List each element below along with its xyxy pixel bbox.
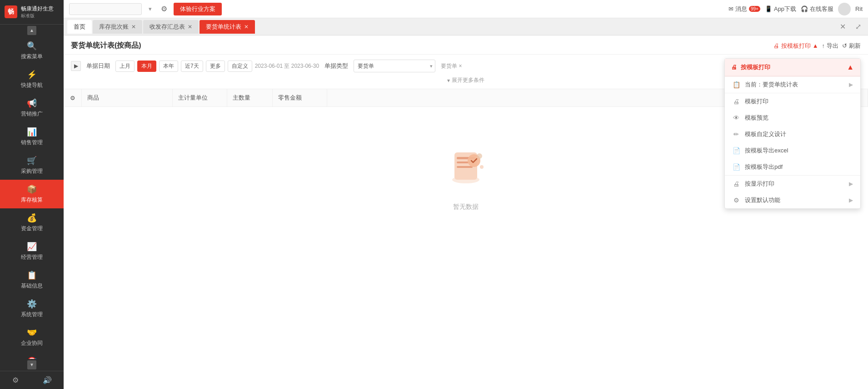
sidebar-item-label: 快捷导航 (21, 81, 43, 89)
display-print-item[interactable]: 🖨 按显示打印 ▶ (725, 176, 860, 192)
date-filter-label: 单据日期 (86, 62, 110, 70)
tab-order-stat-close[interactable]: ✕ (244, 24, 249, 30)
set-default-item[interactable]: ⚙ 设置默认功能 ▶ (725, 192, 860, 208)
window-expand-btn[interactable]: ⤢ (852, 20, 864, 33)
service-btn[interactable]: 🎧 在线客服 (801, 5, 833, 13)
basic-icon: 📋 (27, 270, 37, 280)
username-label[interactable]: Rit (855, 5, 863, 12)
order-type-select[interactable]: 要货单 (354, 60, 435, 72)
chevron-down-icon: ▾ (447, 77, 450, 84)
current-template-item[interactable]: 📋 当前：要货单统计表 ▶ (725, 76, 860, 93)
topbar: ▾ ⚙ 体验行业方案 ✉ 消息 99+ 📱 App下载 🎧 在线客服 Rit (64, 0, 868, 18)
refresh-btn[interactable]: ↺ 刷新 (842, 42, 861, 50)
dropdown-item-template-pdf[interactable]: 📄 按模板导出pdf (725, 159, 860, 175)
finance-icon: 💰 (27, 213, 37, 223)
sidebar-item-enterprise[interactable]: 🤝 企业协同 (0, 323, 64, 352)
topbar-right: ✉ 消息 99+ 📱 App下载 🎧 在线客服 Rit (728, 3, 863, 15)
system-icon: ⚙️ (27, 299, 37, 309)
svg-rect-4 (457, 166, 473, 168)
col-settings[interactable]: ⚙ (64, 89, 82, 106)
msg-label: 消息 (735, 5, 747, 13)
expand-toggle[interactable]: ▾ 展开更多条件 (447, 76, 484, 84)
dropdown-header[interactable]: 🖨 按模板打印 ▲ (725, 59, 860, 76)
sidebar-item-sales[interactable]: 📊 销售管理 (0, 122, 64, 151)
search-input[interactable] (69, 3, 142, 15)
date-btn-more[interactable]: 更多 (206, 61, 225, 72)
sidebar-item-label: 基础信息 (21, 282, 43, 290)
tabbar: 首页 库存批次账 ✕ 收发存汇总表 ✕ 要货单统计表 ✕ ✕ ⤢ (64, 18, 868, 35)
expand-label: 展开更多条件 (452, 76, 484, 84)
gear-icon[interactable]: ⚙ (158, 3, 170, 15)
sidebar-item-search[interactable]: 🔍 搜索菜单 (0, 36, 64, 65)
sidebar-item-shortcut[interactable]: ⚡ 快捷导航 (0, 65, 64, 94)
dropdown-item-template-print[interactable]: 🖨 模板打印 (725, 93, 860, 110)
search-icon: 🔍 (27, 41, 37, 51)
sidebar-item-marketing[interactable]: 📢 营销推广 (0, 94, 64, 122)
refresh-icon: ↺ (842, 42, 847, 49)
date-filter: 上月 本月 本年 近7天 更多 自定义 2023-06-01 至 2023-06… (115, 61, 319, 72)
window-close-btn[interactable]: ✕ (836, 20, 849, 33)
trial-btn[interactable]: 体验行业方案 (174, 3, 222, 15)
sidebar-scroll-down[interactable]: ▼ (0, 359, 64, 371)
page-header: 要货单统计表(按商品) 🖨 按模板打印 ▲ ↑ 导出 ↺ 刷新 🖨 按模 (64, 35, 868, 55)
tab-collect-close[interactable]: ✕ (188, 24, 192, 30)
dropdown-item-template-excel[interactable]: 📄 按模板导出excel (725, 142, 860, 159)
sidebar-item-label: 库存核算 (21, 196, 43, 204)
sidebar-item-label: 营销推广 (21, 110, 43, 118)
date-btn-custom[interactable]: 自定义 (228, 61, 252, 72)
order-category-label: 要货单 × (441, 62, 462, 70)
date-btn-prev[interactable]: 上月 (115, 61, 135, 72)
tab-order-stat-label: 要货单统计表 (206, 23, 241, 31)
current-template-label: 当前：要货单统计表 (745, 81, 798, 89)
sidebar-item-label: 企业协同 (21, 339, 43, 347)
display-print-icon: 🖨 (732, 180, 740, 187)
template-print-btn[interactable]: 🖨 按模板打印 ▲ (773, 42, 818, 50)
sidebar-item-finance[interactable]: 💰 资金管理 (0, 208, 64, 237)
tab-home[interactable]: 首页 (67, 20, 92, 34)
export-btn[interactable]: ↑ 导出 (822, 42, 839, 50)
tab-batch-close[interactable]: ✕ (131, 24, 136, 30)
sidebar-item-basic[interactable]: 📋 基础信息 (0, 266, 64, 294)
dropdown-item-template-custom[interactable]: ✏ 模板自定义设计 (725, 126, 860, 142)
settings-bottom-icon[interactable]: ⚙ (12, 376, 19, 384)
sidebar-item-system[interactable]: ⚙️ 系统管理 (0, 294, 64, 323)
tab-collect[interactable]: 收发存汇总表 ✕ (143, 20, 199, 34)
marketing-icon: 📢 (27, 98, 37, 108)
search-dropdown-btn[interactable]: ▾ (145, 3, 155, 15)
window-btns: ✕ ⤢ (836, 20, 864, 33)
sidebar-item-newbie[interactable]: 🎯 新手引导 (0, 352, 64, 359)
tab-batch[interactable]: 库存批次账 ✕ (93, 20, 142, 34)
mobile-icon: 📱 (765, 5, 772, 12)
empty-illustration (443, 143, 489, 197)
tab-order-stat[interactable]: 要货单统计表 ✕ (200, 20, 255, 34)
app-logo-icon: 畅 (5, 5, 17, 18)
headset-icon: 🎧 (801, 5, 808, 12)
date-btn-7days[interactable]: 近7天 (181, 61, 203, 72)
sidebar-item-operation[interactable]: 📈 经营管理 (0, 237, 64, 266)
operation-icon: 📈 (27, 242, 37, 252)
date-btn-current[interactable]: 本月 (137, 61, 156, 72)
sidebar-item-label: 系统管理 (21, 311, 43, 318)
current-template-icon: 📋 (732, 81, 740, 88)
speaker-bottom-icon[interactable]: 🔊 (43, 376, 52, 384)
sidebar-bottom: ⚙ 🔊 (0, 371, 64, 389)
sidebar-item-purchase[interactable]: 🛒 采购管理 (0, 151, 64, 180)
col-amount: 零售金额 (273, 89, 327, 106)
col-amount-label: 零售金额 (278, 94, 302, 101)
sidebar-scroll-up[interactable]: ▲ (0, 25, 64, 36)
app-download-btn[interactable]: 📱 App下载 (765, 5, 796, 13)
date-btn-year[interactable]: 本年 (159, 61, 178, 72)
sidebar-item-label: 采购管理 (21, 167, 43, 175)
shortcut-icon: ⚡ (27, 70, 37, 80)
filter-collapse-btn[interactable]: ▶ (71, 61, 81, 71)
dropdown-item-template-preview[interactable]: 👁 模板预览 (725, 110, 860, 126)
messages-btn[interactable]: ✉ 消息 99+ (728, 5, 760, 13)
page-title: 要货单统计表(按商品) (71, 41, 141, 51)
avatar[interactable] (838, 3, 851, 15)
col-qty: 主数量 (227, 89, 273, 106)
tab-batch-label: 库存批次账 (99, 23, 129, 31)
inventory-icon: 📦 (27, 184, 37, 194)
sidebar-item-inventory[interactable]: 📦 库存核算 (0, 180, 64, 208)
dropdown-collapse-icon[interactable]: ▲ (847, 63, 854, 71)
app-name: 畅康通好生意 (21, 5, 54, 13)
